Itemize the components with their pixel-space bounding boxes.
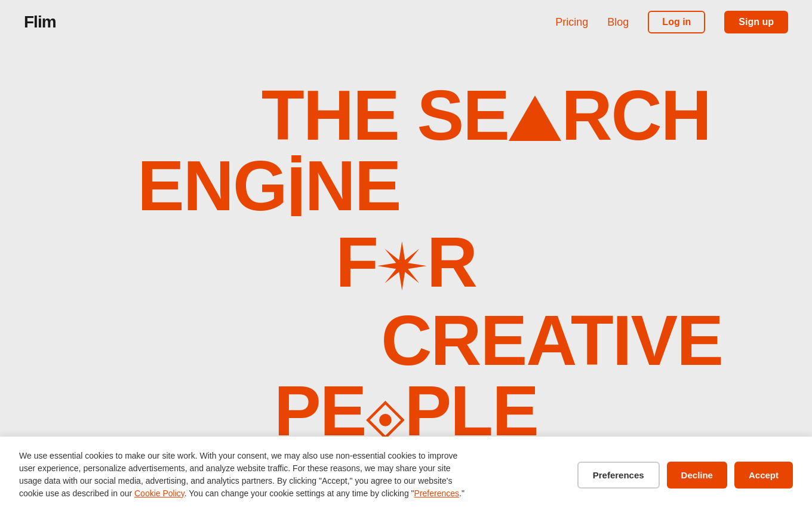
hero-title: THE SERCH ENGİNE F R CREATIVE PE PLE — [78, 80, 734, 453]
nav-pricing[interactable]: Pricing — [555, 16, 588, 29]
cookie-banner: We use essential cookies to make our sit… — [0, 437, 812, 513]
navbar: Flim Pricing Blog Log in Sign up — [0, 0, 812, 44]
hero-line3: F R — [78, 227, 734, 305]
svg-marker-0 — [377, 241, 427, 291]
svg-point-2 — [380, 415, 390, 425]
accept-button[interactable]: Accept — [734, 462, 793, 489]
login-button[interactable]: Log in — [648, 11, 705, 33]
burst-icon — [377, 231, 427, 302]
hero-line1: THE SERCH — [78, 80, 734, 150]
cookie-buttons: Preferences Decline Accept — [577, 462, 793, 489]
hero-line2: ENGİNE — [78, 150, 734, 227]
signup-button[interactable]: Sign up — [724, 11, 788, 33]
preferences-button[interactable]: Preferences — [577, 462, 660, 489]
cookie-text: We use essential cookies to make our sit… — [19, 450, 467, 500]
nav-links: Pricing Blog Log in Sign up — [555, 11, 788, 33]
triangle-icon — [509, 92, 562, 145]
logo[interactable]: Flim — [24, 13, 56, 32]
nav-blog[interactable]: Blog — [607, 16, 629, 29]
preferences-link[interactable]: Preferences — [414, 489, 459, 498]
hero-line4: CREATIVE — [78, 305, 734, 376]
cookie-policy-link[interactable]: Cookie Policy — [134, 489, 184, 498]
pipe-icon: İ — [287, 156, 305, 227]
decline-button[interactable]: Decline — [667, 462, 727, 489]
